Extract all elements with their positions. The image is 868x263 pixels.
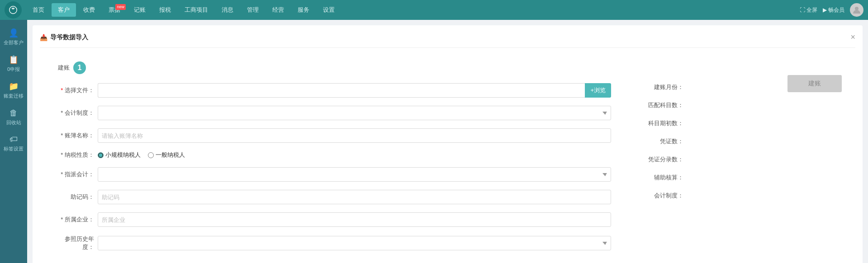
form-right: 建账月份： 匹配科目数： 科目期初数： 凭证数：: [629, 57, 774, 263]
history-year-label: 参照历史年度：: [58, 235, 94, 251]
build-account-button[interactable]: 建账: [787, 75, 842, 92]
accounting-system-wrapper: [98, 106, 611, 120]
step-circle: 1: [73, 61, 86, 74]
company-label: * 所属企业：: [58, 216, 94, 224]
nav-customers[interactable]: 客户: [52, 3, 76, 17]
general-taxpayer-radio[interactable]: [148, 152, 154, 158]
close-button[interactable]: ×: [850, 33, 855, 42]
memo-code-row: 助记码：: [58, 190, 611, 204]
right-accounting-system-label: 会计制度：: [643, 192, 683, 200]
fullscreen-icon: ⛶: [800, 7, 805, 13]
small-taxpayer-radio[interactable]: [98, 152, 104, 158]
match-subject-row: 匹配科目数：: [643, 101, 760, 109]
browse-button[interactable]: +浏览: [585, 83, 611, 98]
nav-messages[interactable]: 消息: [215, 3, 240, 17]
nav-fees[interactable]: 收费: [77, 3, 101, 17]
accountant-select[interactable]: [98, 167, 611, 182]
voucher-count-label: 凭证数：: [643, 137, 683, 146]
accounting-month-label: 建账月份：: [643, 83, 683, 91]
nav-operations[interactable]: 经营: [266, 3, 290, 17]
voucher-entries-row: 凭证分录数：: [643, 155, 760, 164]
small-taxpayer-option[interactable]: 小规模纳税人: [98, 151, 141, 159]
accounting-system-row: * 会计制度：: [58, 106, 611, 120]
nav-home[interactable]: 首页: [26, 3, 51, 17]
svg-point-1: [855, 7, 859, 10]
sidebar: 👤 全部客户 📋 0申报 📁 账套迁移 🗑 回收站 🏷 标签设置: [0, 20, 27, 263]
sidebar-item-migration[interactable]: 📁 账套迁移: [1, 78, 26, 103]
nav-management[interactable]: 管理: [241, 3, 265, 17]
accountant-label: * 指派会计：: [58, 170, 94, 178]
accountant-row: * 指派会计：: [58, 167, 611, 182]
accounting-month-row: 建账月份：: [643, 83, 760, 91]
small-taxpayer-label: 小规模纳税人: [105, 151, 141, 159]
step-label: 建账: [58, 64, 70, 72]
nav-items: 首页 客户 收费 票据 new 记账 报税 工商项目 消息 管理 经营 服务 设…: [26, 3, 800, 17]
match-subject-label: 匹配科目数：: [643, 101, 683, 109]
vip-label: 畅会员: [828, 6, 844, 14]
ledger-name-row: * 账簿名称：: [58, 128, 611, 143]
logo: [5, 1, 22, 19]
user-avatar[interactable]: [850, 3, 863, 17]
tax-type-label: * 纳税性质：: [58, 151, 94, 159]
page-area: 📥 导爷数据导入 × 建账 1 选择文件：: [33, 25, 863, 263]
ledger-name-input[interactable]: [98, 128, 611, 143]
tax-type-radio-group: 小规模纳税人 一般纳税人: [98, 151, 185, 159]
file-input[interactable]: [98, 83, 585, 98]
right-accounting-system-row: 会计制度：: [643, 192, 760, 200]
form-container: 建账 1 选择文件： +浏览 * 会计制度：: [40, 57, 855, 263]
nav-business[interactable]: 工商项目: [178, 3, 214, 17]
general-taxpayer-option[interactable]: 一般纳税人: [148, 151, 185, 159]
company-input[interactable]: [98, 212, 611, 227]
nav-right: ⛶ 全屏 ▶ 畅会员: [800, 3, 863, 17]
svg-point-0: [9, 6, 17, 14]
ledger-name-label: * 账簿名称：: [58, 132, 94, 140]
nav-settings[interactable]: 设置: [317, 3, 341, 17]
sidebar-label-declaration: 0申报: [7, 66, 20, 72]
tag-icon: 🏷: [9, 135, 18, 144]
nav-invoices[interactable]: 票据 new: [102, 3, 127, 17]
sidebar-item-all-customers[interactable]: 👤 全部客户: [1, 24, 26, 49]
auxiliary-accounting-label: 辅助核算：: [643, 174, 683, 182]
top-navigation: 首页 客户 收费 票据 new 记账 报税 工商项目 消息 管理 经营 服务 设…: [0, 0, 868, 20]
subject-initial-row: 科目期初数：: [643, 119, 760, 127]
general-taxpayer-label: 一般纳税人: [156, 151, 185, 159]
memo-code-label: 助记码：: [58, 193, 94, 201]
play-icon: ▶: [823, 7, 827, 13]
memo-code-input[interactable]: [98, 190, 611, 204]
company-row: * 所属企业：: [58, 212, 611, 227]
fullscreen-label: 全屏: [806, 6, 817, 14]
sidebar-item-declaration[interactable]: 📋 0申报: [1, 51, 26, 76]
nav-tax[interactable]: 报税: [153, 3, 177, 17]
declaration-icon: 📋: [9, 55, 19, 65]
sidebar-label-tags: 标签设置: [4, 146, 24, 152]
accounting-system-select[interactable]: [98, 106, 611, 120]
sidebar-label-recycle: 回收站: [6, 120, 21, 126]
people-icon: 👤: [9, 28, 19, 38]
history-year-row: 参照历史年度：: [58, 235, 611, 251]
form-action: 建账: [774, 57, 855, 263]
page-title: 📥 导爷数据导入: [40, 33, 88, 42]
import-icon: 📥: [40, 34, 47, 41]
sidebar-label-migration: 账套迁移: [4, 93, 24, 99]
history-year-select[interactable]: [98, 236, 611, 250]
subject-initial-label: 科目期初数：: [643, 119, 683, 127]
main-layout: 👤 全部客户 📋 0申报 📁 账套迁移 🗑 回收站 🏷 标签设置 📥 导爷: [0, 20, 868, 263]
sidebar-label-all-customers: 全部客户: [4, 40, 24, 46]
sidebar-item-tags[interactable]: 🏷 标签设置: [1, 131, 26, 155]
nav-bookkeeping[interactable]: 记账: [128, 3, 152, 17]
migration-icon: 📁: [9, 81, 19, 91]
trash-icon: 🗑: [9, 108, 18, 118]
history-year-wrapper: [98, 236, 611, 250]
voucher-entries-label: 凭证分录数：: [643, 155, 683, 164]
step-indicator: 建账 1: [58, 61, 611, 74]
fullscreen-button[interactable]: ⛶ 全屏: [800, 6, 817, 14]
main-content: 📥 导爷数据导入 × 建账 1 选择文件：: [27, 20, 868, 263]
nav-services[interactable]: 服务: [291, 3, 316, 17]
tax-type-row: * 纳税性质： 小规模纳税人 一般纳税人: [58, 151, 611, 159]
voucher-count-row: 凭证数：: [643, 137, 760, 146]
sidebar-item-recycle[interactable]: 🗑 回收站: [1, 105, 26, 129]
vip-button[interactable]: ▶ 畅会员: [823, 6, 844, 14]
page-header: 📥 导爷数据导入 ×: [40, 33, 855, 48]
file-input-group: +浏览: [98, 83, 611, 98]
form-left: 建账 1 选择文件： +浏览 * 会计制度：: [40, 57, 629, 263]
